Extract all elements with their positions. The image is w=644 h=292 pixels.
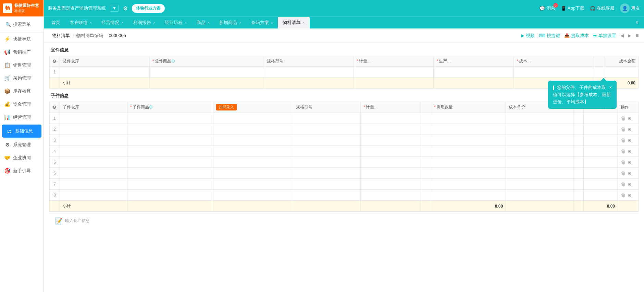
tooltip-close-button[interactable]: × <box>609 84 612 91</box>
child-row-6-copy-button[interactable]: ⊕ <box>628 171 632 176</box>
child-row-4-warehouse[interactable] <box>60 146 127 157</box>
tab-barcode-close[interactable]: × <box>271 21 273 25</box>
child-row-8-unit[interactable] <box>361 190 421 201</box>
settings-gear-button[interactable]: ⚙ <box>122 4 129 13</box>
child-row-6-spec[interactable] <box>293 168 361 179</box>
child-row-2-goods[interactable] <box>127 124 213 135</box>
child-row-8-copy-button[interactable]: ⊕ <box>628 192 632 198</box>
parent-row-1-cost[interactable] <box>514 67 594 78</box>
system-dropdown-button[interactable]: ▼ <box>110 5 119 12</box>
parent-row-1-goods[interactable] <box>149 67 264 78</box>
trial-plan-button[interactable]: 体验行业方案 <box>132 4 165 13</box>
parent-row-1-produce[interactable] <box>434 67 514 78</box>
tab-profit-close[interactable]: × <box>153 21 155 25</box>
child-row-7-unit-cost[interactable] <box>506 179 573 190</box>
child-row-3-unit[interactable] <box>361 135 421 146</box>
child-row-2-spec[interactable] <box>293 124 361 135</box>
nav-next-button[interactable]: ▶ <box>628 33 631 38</box>
child-row-1-delete-button[interactable]: 🗑 <box>621 116 626 121</box>
sidebar-item-system[interactable]: ⚙ 系统管理 <box>0 138 44 151</box>
child-row-4-qty[interactable] <box>431 146 506 157</box>
child-row-5-goods[interactable] <box>127 157 213 168</box>
child-row-8-warehouse[interactable] <box>60 190 127 201</box>
tab-newgoods[interactable]: 新增商品 × <box>214 17 246 28</box>
child-col-settings[interactable]: ⚙ <box>50 102 60 113</box>
parent-row-1-spec[interactable] <box>264 67 354 78</box>
tab-bom[interactable]: 物料清单 × <box>278 17 309 28</box>
child-row-3-copy-button[interactable]: ⊕ <box>628 138 632 143</box>
sidebar-item-inventory[interactable]: 📦 库存核算 <box>0 85 44 98</box>
child-row-5-delete-button[interactable]: 🗑 <box>621 160 626 165</box>
child-row-8-unit-cost[interactable] <box>506 190 573 201</box>
child-row-7-unit[interactable] <box>361 179 421 190</box>
tab-profit[interactable]: 利润报告 × <box>128 17 160 28</box>
child-row-5-warehouse[interactable] <box>60 157 127 168</box>
child-row-1-spec[interactable] <box>293 113 361 124</box>
sidebar-item-marketing[interactable]: 📢 营销推广 <box>0 46 44 59</box>
sidebar-item-finance[interactable]: 💰 资金管理 <box>0 98 44 111</box>
child-row-7-warehouse[interactable] <box>60 179 127 190</box>
tab-history-close[interactable]: × <box>185 21 187 25</box>
child-row-8-goods[interactable] <box>127 190 213 201</box>
tab-customer-close[interactable]: × <box>90 21 92 25</box>
breadcrumb-bom[interactable]: 物料清单 <box>49 33 73 39</box>
child-row-2-unit-cost[interactable] <box>506 124 573 135</box>
tab-home[interactable]: 首页 <box>47 17 65 28</box>
child-row-5-unit[interactable] <box>361 157 421 168</box>
child-row-2-warehouse[interactable] <box>60 124 127 135</box>
child-row-7-delete-button[interactable]: 🗑 <box>621 182 626 187</box>
tab-barcode[interactable]: 条码方案 × <box>246 17 278 28</box>
child-row-4-unit-cost[interactable] <box>506 146 573 157</box>
child-row-6-warehouse[interactable] <box>60 168 127 179</box>
sidebar-item-purchase[interactable]: 🛒 采购管理 <box>0 72 44 85</box>
child-row-6-unit[interactable] <box>361 168 421 179</box>
child-row-7-copy-button[interactable]: ⊕ <box>628 182 632 187</box>
child-row-5-unit-cost[interactable] <box>506 157 573 168</box>
child-row-7-spec[interactable] <box>293 179 361 190</box>
child-row-8-spec[interactable] <box>293 190 361 201</box>
child-row-3-spec[interactable] <box>293 135 361 146</box>
sidebar-item-quicknav[interactable]: ⚡ 快捷导航 <box>0 33 44 46</box>
sidebar-item-basicinfo[interactable]: 🗂 基础信息 <box>2 125 41 138</box>
child-row-3-qty[interactable] <box>431 135 506 146</box>
extract-cost-button[interactable]: 📥 提取成本 <box>564 33 589 39</box>
child-row-3-delete-button[interactable]: 🗑 <box>621 138 626 143</box>
close-all-tabs-button[interactable]: × <box>633 18 641 27</box>
sidebar-item-enterprise[interactable]: 🤝 企业协同 <box>0 151 44 164</box>
parent-row-1-unit[interactable] <box>354 67 434 78</box>
child-row-6-qty[interactable] <box>431 168 506 179</box>
child-row-1-unit-cost[interactable] <box>506 113 573 124</box>
parent-row-1-warehouse[interactable] <box>60 67 150 78</box>
child-row-6-goods[interactable] <box>127 168 213 179</box>
tab-newgoods-close[interactable]: × <box>239 21 241 25</box>
child-row-1-qty[interactable] <box>431 113 506 124</box>
tab-customer[interactable]: 客户联络 × <box>65 17 97 28</box>
child-row-1-unit[interactable] <box>361 113 421 124</box>
parent-col-settings[interactable]: ⚙ <box>50 56 60 67</box>
child-row-6-unit-cost[interactable] <box>506 168 573 179</box>
single-settings-button[interactable]: ☰ 单据设置 <box>593 33 616 39</box>
child-row-1-copy-button[interactable]: ⊕ <box>628 116 632 121</box>
child-row-2-unit[interactable] <box>361 124 421 135</box>
child-row-6-delete-button[interactable]: 🗑 <box>621 171 626 176</box>
sidebar-item-sales[interactable]: 📋 销售管理 <box>0 59 44 72</box>
child-row-2-qty[interactable] <box>431 124 506 135</box>
child-row-4-copy-button[interactable]: ⊕ <box>628 149 632 154</box>
tab-history[interactable]: 经营历程 × <box>160 17 191 28</box>
tab-operation[interactable]: 经营情况 × <box>97 17 128 28</box>
child-row-2-copy-button[interactable]: ⊕ <box>628 127 632 132</box>
tab-bom-close[interactable]: × <box>302 21 305 25</box>
child-row-5-spec[interactable] <box>293 157 361 168</box>
child-row-8-qty[interactable] <box>431 190 506 201</box>
sidebar-item-operations[interactable]: 📊 经营管理 <box>0 111 44 124</box>
tab-operation-close[interactable]: × <box>121 21 123 25</box>
view-video-button[interactable]: ▶ 视频 <box>521 33 535 39</box>
child-row-5-copy-button[interactable]: ⊕ <box>628 160 632 165</box>
child-row-8-delete-button[interactable]: 🗑 <box>621 192 626 198</box>
expand-button[interactable]: ≡ <box>635 33 639 39</box>
user-menu-button[interactable]: 👤 用友 <box>620 3 640 13</box>
child-row-4-unit[interactable] <box>361 146 421 157</box>
child-row-5-qty[interactable] <box>431 157 506 168</box>
tab-goods[interactable]: 商品 × <box>192 17 214 28</box>
message-button[interactable]: 💬 消息 5 <box>540 5 555 11</box>
